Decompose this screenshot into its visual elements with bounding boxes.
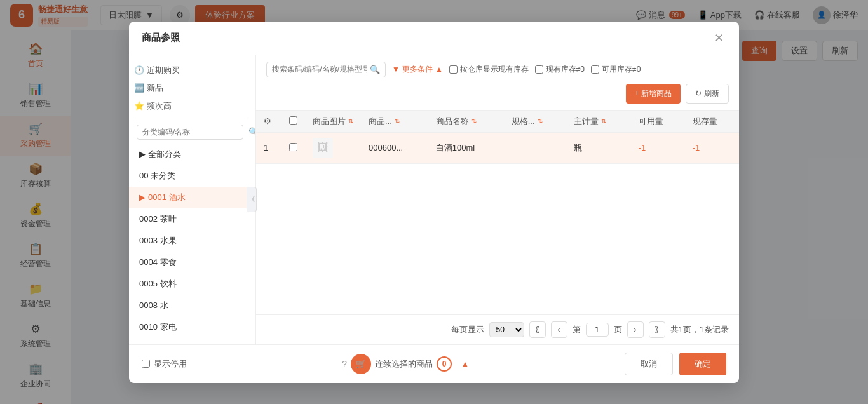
checkbox-available-nonzero[interactable]: 可用库存≠0 [591,64,641,75]
cat-item-c0010[interactable]: 0010 家电 [129,316,255,338]
modal-overlay: 商品参照 ✕ 🕐 近期购买 🆕 新品 ⭐ [0,0,868,404]
cat-item-c0003[interactable]: 0003 水果 [129,230,255,252]
new-icon: 🆕 [134,83,144,93]
refresh-icon: ↻ [695,89,702,98]
pagination-summary: 共1页，1条记录 [670,324,729,335]
prev-page-btn[interactable]: ‹ [551,321,567,338]
cancel-button[interactable]: 取消 [625,353,673,375]
table-row[interactable]: 1 🖼 [256,132,739,163]
cell-spec [504,132,566,163]
modal-body: 🕐 近期购买 🆕 新品 ⭐ 频次高 🔍 [129,55,739,344]
star-icon: ⭐ [134,101,144,111]
cat-item-c00[interactable]: 00 未分类 [129,165,255,187]
cat-item-c0001[interactable]: ▶ 0001 酒水 [129,187,255,208]
checkbox-warehouse[interactable]: 按仓库显示现有库存 [449,64,529,75]
modal-footer: 显示停用 ? 🛒 连续选择的商品 0 ▲ 取消 确定 [129,344,739,383]
per-page-label: 每页显示 [451,324,484,335]
filter-button[interactable]: ▼ 更多条件 ▲ [392,64,443,75]
category-divider [137,118,248,118]
first-page-btn[interactable]: ⟪ [529,321,546,338]
th-spec: 规格... ⇅ [504,111,566,133]
th-code-label: 商品... [369,116,392,127]
frequent-item[interactable]: ⭐ 频次高 [129,97,255,115]
chevron-left-icon: 《 [248,195,255,204]
settings-icon[interactable]: ⚙ [264,116,271,126]
th-stock-label: 现存量 [693,116,717,126]
th-unit: 主计量 ⇅ [566,111,630,133]
cell-num: 1 [256,132,281,163]
search-input-wrap: 🔍 [266,62,386,77]
add-product-btn[interactable]: + 新增商品 [626,84,681,104]
clock-icon: 🕐 [134,65,144,75]
cart-count: 0 [437,356,452,372]
th-image-label: 商品图片 [313,116,346,127]
cat-item-c0005[interactable]: 0005 饮料 [129,273,255,295]
cat-item-all[interactable]: ▶ 全部分类 [129,144,255,165]
help-icon[interactable]: ? [342,359,347,369]
stock-nonzero-checkbox[interactable] [535,65,543,74]
cell-available: -1 [631,132,685,163]
th-checkbox [281,111,305,133]
pagination: 每页显示 50 100 200 ⟪ ‹ 第 页 › ⟫ 共1页，1条记录 [256,314,739,344]
footer-cart: ? 🛒 连续选择的商品 0 ▲ [342,354,470,374]
sort-icon-code: ⇅ [395,118,400,125]
product-thumbnail: 🖼 [313,138,333,158]
show-disabled-checkbox[interactable] [142,360,150,368]
cart-icon[interactable]: 🛒 [351,354,371,374]
cat-item-c0002[interactable]: 0002 茶叶 [129,208,255,230]
cell-code: 000600... [361,132,428,163]
cell-unit: 瓶 [566,132,630,163]
sort-icon-image: ⇅ [348,118,353,125]
collapse-panel-button[interactable]: 《 [247,187,257,212]
shopping-cart-icon: 🛒 [356,359,366,368]
frequent-label: 频次高 [147,100,172,112]
last-page-btn[interactable]: ⟫ [649,321,665,338]
th-spec-label: 规格... [512,116,535,127]
show-disabled-label: 显示停用 [154,358,187,370]
th-available: 可用量 [631,111,685,133]
search-input[interactable] [272,65,367,74]
page-input[interactable] [586,323,609,337]
modal-title: 商品参照 [142,32,180,44]
filter-icon: ▼ [392,65,400,74]
th-unit-label: 主计量 [574,116,599,127]
th-name-label: 商品名称 [436,116,469,127]
cat-search-input[interactable] [137,125,243,140]
warehouse-checkbox[interactable] [449,65,458,74]
refresh-btn[interactable]: ↻ 刷新 [686,84,729,104]
product-modal: 商品参照 ✕ 🕐 近期购买 🆕 新品 ⭐ [129,22,739,383]
cat-item-c0004[interactable]: 0004 零食 [129,252,255,273]
new-label: 新品 [147,83,163,94]
search-icon[interactable]: 🔍 [370,65,380,74]
category-panel: 🕐 近期购买 🆕 新品 ⭐ 频次高 🔍 [129,55,256,344]
recent-purchase-item[interactable]: 🕐 近期购买 [129,62,255,79]
toolbar-right: + 新增商品 ↻ 刷新 [626,84,729,104]
show-disabled-checkbox-wrap[interactable]: 显示停用 [142,358,187,370]
cat-item-c0008[interactable]: 0008 水 [129,295,255,316]
checkbox-stock-nonzero[interactable]: 现有库存≠0 [535,64,585,75]
th-settings: ⚙ [256,111,281,133]
new-product-item[interactable]: 🆕 新品 [129,79,255,97]
cat-search-row: 🔍 [129,121,255,144]
th-name: 商品名称 ⇅ [428,111,504,133]
row-checkbox[interactable] [289,143,297,151]
th-available-label: 可用量 [639,116,663,126]
confirm-button[interactable]: 确定 [679,353,726,375]
cell-stock: -1 [685,132,739,163]
footer-actions: 取消 确定 [625,353,726,375]
page-suffix: 页 [614,324,622,335]
th-code: 商品... ⇅ [361,111,428,133]
close-button[interactable]: ✕ [711,30,726,46]
search-icon[interactable]: 🔍 [248,127,256,137]
per-page-select[interactable]: 50 100 200 [489,322,524,337]
next-page-btn[interactable]: › [627,321,644,338]
sort-icon-spec: ⇅ [538,118,543,125]
arrow-icon: ▶ [139,149,146,159]
cell-checkbox [281,132,305,163]
cart-collapse-icon[interactable]: ▲ [461,359,470,369]
modal-header: 商品参照 ✕ [129,22,739,55]
select-all-checkbox[interactable] [289,116,297,125]
th-stock: 现存量 [685,111,739,133]
table-header-row: ⚙ 商品图片 ⇅ [256,111,739,133]
available-nonzero-checkbox[interactable] [591,65,599,74]
